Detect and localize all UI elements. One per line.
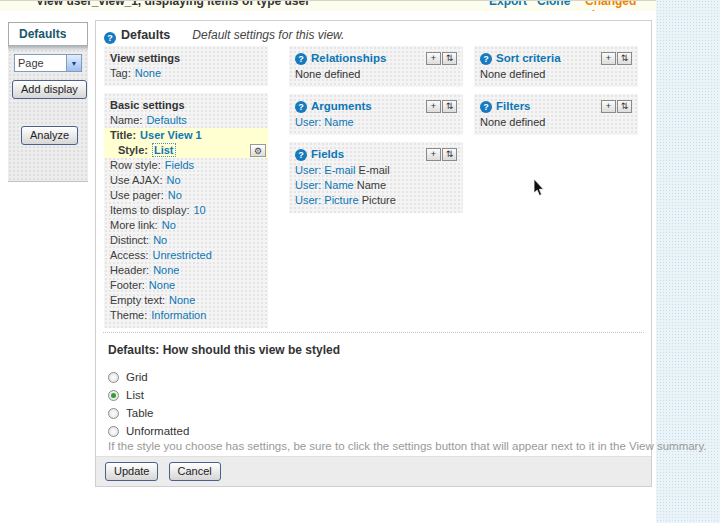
add-icon[interactable]: + xyxy=(601,100,616,113)
add-icon[interactable]: + xyxy=(601,52,616,65)
radio-button[interactable] xyxy=(108,372,119,383)
filters-link[interactable]: Filters xyxy=(496,99,531,114)
add-display-button[interactable]: Add display xyxy=(12,80,87,99)
setting-label: Items to display: xyxy=(110,204,189,216)
setting-row: Name:Defaults ⚙ xyxy=(110,113,262,128)
display-type-value: Page xyxy=(18,57,44,69)
chevron-down-icon: ▼ xyxy=(66,55,81,71)
item-suffix: Name xyxy=(354,179,386,191)
setting-row: Footer:None ⚙ xyxy=(110,278,262,293)
section-item: User: Name xyxy=(295,115,457,130)
add-icon[interactable]: + xyxy=(426,52,441,65)
style-options: Grid List Table Unformatted xyxy=(108,371,189,443)
panel-heading: ?DefaultsDefault settings for this view. xyxy=(104,28,344,44)
empty-text: None defined xyxy=(295,67,457,82)
setting-value-link[interactable]: None xyxy=(169,294,195,306)
add-icon[interactable]: + xyxy=(426,148,441,161)
tab-defaults[interactable]: Defaults xyxy=(8,22,88,45)
display-type-select[interactable]: Page ▼ xyxy=(14,54,82,72)
clone-link[interactable]: Clone xyxy=(537,0,570,8)
setting-value-link[interactable]: 10 xyxy=(193,204,205,216)
form-actions: Update Cancel xyxy=(96,456,651,486)
arguments-items: User: Name xyxy=(295,115,457,130)
style-option-row: List xyxy=(108,389,189,406)
update-button[interactable]: Update xyxy=(105,462,158,481)
filters-box: ? Filters + ⇅ None defined xyxy=(474,94,638,135)
setting-value-link[interactable]: User View 1 xyxy=(140,129,202,141)
setting-value-link[interactable]: List xyxy=(152,143,176,157)
view-settings-rows: Tag:None xyxy=(110,66,262,81)
setting-row: Use AJAX:No ⚙ xyxy=(110,173,262,188)
help-icon[interactable]: ? xyxy=(480,101,492,113)
setting-value-link[interactable]: No xyxy=(168,189,182,201)
column-middle: ? Relationships + ⇅ None defined ? Argum… xyxy=(289,46,463,220)
empty-text: None defined xyxy=(480,115,632,130)
style-option-row: Table xyxy=(108,407,189,424)
rearrange-icon[interactable]: ⇅ xyxy=(617,100,632,113)
setting-label: Empty text: xyxy=(110,294,165,306)
setting-row: Theme:Information ⚙ xyxy=(110,308,262,323)
cancel-button[interactable]: Cancel xyxy=(169,462,221,481)
panel-title: Defaults xyxy=(121,28,170,42)
setting-row: More link:No ⚙ xyxy=(110,218,262,233)
setting-row: Use pager:No ⚙ xyxy=(110,188,262,203)
form-divider xyxy=(103,332,644,333)
help-icon[interactable]: ? xyxy=(104,32,116,44)
setting-row: Access:Unrestricted ⚙ xyxy=(110,248,262,263)
setting-value-link[interactable]: No xyxy=(162,219,176,231)
setting-value-link[interactable]: No xyxy=(167,174,181,186)
setting-value-link[interactable]: No xyxy=(153,234,167,246)
export-link[interactable]: Export xyxy=(489,0,527,8)
item-link[interactable]: User: Name xyxy=(295,179,354,191)
radio-label: Unformatted xyxy=(126,425,189,437)
setting-value-link[interactable]: None xyxy=(135,67,161,79)
fields-link[interactable]: Fields xyxy=(311,147,344,162)
setting-row: Style:List ⚙ xyxy=(104,143,268,158)
item-link[interactable]: User: Picture xyxy=(295,194,359,206)
arguments-link[interactable]: Arguments xyxy=(311,99,372,114)
panel-subtitle: Default settings for this view. xyxy=(192,28,344,42)
item-link[interactable]: User: E-mail xyxy=(295,164,356,176)
sort-criteria-link[interactable]: Sort criteria xyxy=(496,51,561,66)
style-settings-button[interactable]: ⚙ xyxy=(250,144,266,157)
setting-row: Empty text:None ⚙ xyxy=(110,293,262,308)
radio-button[interactable] xyxy=(108,408,119,419)
view-settings-title: View settings xyxy=(110,51,262,66)
radio-button[interactable] xyxy=(108,390,119,401)
setting-value-link[interactable]: Unrestricted xyxy=(153,249,212,261)
setting-value-link[interactable]: None xyxy=(153,264,179,276)
setting-label: Header: xyxy=(110,264,149,276)
analyze-button[interactable]: Analyze xyxy=(21,126,78,145)
column-right: ? Sort criteria + ⇅ None defined ? Filte… xyxy=(474,46,638,142)
setting-label: Distinct: xyxy=(110,234,149,246)
setting-value-link[interactable]: Fields xyxy=(165,159,194,171)
help-icon[interactable]: ? xyxy=(295,53,307,65)
setting-value-link[interactable]: None xyxy=(149,279,175,291)
rearrange-icon[interactable]: ⇅ xyxy=(442,100,457,113)
setting-value-link[interactable]: Information xyxy=(151,309,206,321)
section-item: User: E-mail E-mail xyxy=(295,163,457,178)
item-link[interactable]: User: Name xyxy=(295,116,354,128)
radio-button[interactable] xyxy=(108,426,119,437)
rearrange-icon[interactable]: ⇅ xyxy=(442,148,457,161)
relationships-link[interactable]: Relationships xyxy=(311,51,386,66)
views-display-panel: ?DefaultsDefault settings for this view.… xyxy=(95,20,652,487)
fields-items: User: E-mail E-mailUser: Name NameUser: … xyxy=(295,163,457,208)
setting-label: Row style: xyxy=(110,159,161,171)
setting-label: More link: xyxy=(110,219,158,231)
style-option-row: Grid xyxy=(108,371,189,388)
help-icon[interactable]: ? xyxy=(295,149,307,161)
relationships-box: ? Relationships + ⇅ None defined xyxy=(289,46,463,87)
setting-label: Title: xyxy=(110,129,136,141)
setting-value-link[interactable]: Defaults xyxy=(146,114,186,126)
display-tools-box: Page ▼ Add display Analyze xyxy=(8,45,88,182)
add-icon[interactable]: + xyxy=(426,100,441,113)
rearrange-icon[interactable]: ⇅ xyxy=(617,52,632,65)
fields-box: ? Fields + ⇅ User: E-mail E-mailUser: Na… xyxy=(289,142,463,213)
rearrange-icon[interactable]: ⇅ xyxy=(442,52,457,65)
setting-label: Use pager: xyxy=(110,189,164,201)
help-icon[interactable]: ? xyxy=(295,101,307,113)
radio-label: Grid xyxy=(126,371,148,383)
help-icon[interactable]: ? xyxy=(480,53,492,65)
setting-row: Distinct:No ⚙ xyxy=(110,233,262,248)
